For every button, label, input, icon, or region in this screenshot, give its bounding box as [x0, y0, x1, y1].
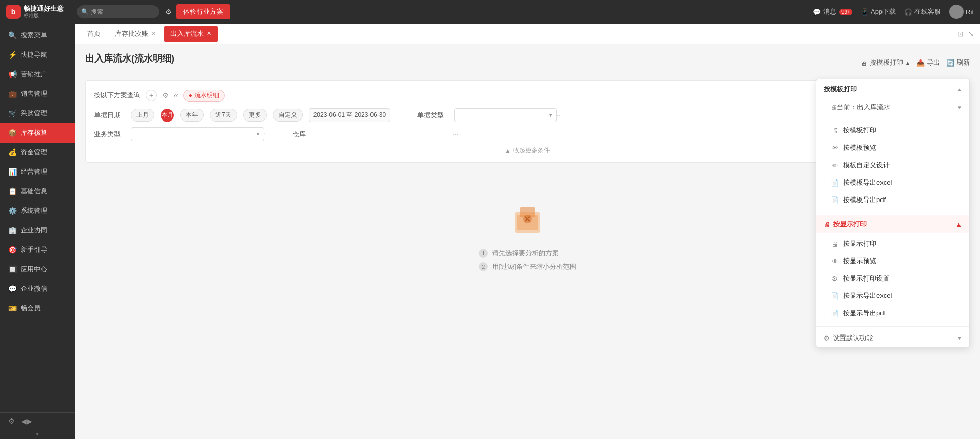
- date-more[interactable]: 更多: [243, 109, 267, 122]
- sidebar-label: 快捷导航: [21, 50, 47, 59]
- sidebar-item-basic[interactable]: 📋 基础信息: [0, 182, 75, 201]
- dropdown-display-pdf[interactable]: 📄 按显示导出pdf: [816, 305, 969, 322]
- sidebar-collapse-icon[interactable]: ◀▶: [21, 417, 32, 425]
- dropdown-display-excel[interactable]: 📄 按显示导出excel: [816, 287, 969, 305]
- sidebar-item-quick-nav[interactable]: ⚡ 快捷导航: [0, 45, 75, 65]
- gear-icon: ⚙️: [8, 207, 16, 215]
- empty-illustration: [507, 199, 548, 241]
- settings-icon[interactable]: ⚙: [165, 8, 172, 16]
- print-dropdown-panel: 按模板打印 ▲ 🖨 当前：出入库流水 ▼ 🖨 按模板打印: [816, 79, 970, 347]
- sidebar-item-apps[interactable]: 🔲 应用中心: [0, 260, 75, 279]
- tab-inventory-batch-label: 库存批次账: [115, 29, 148, 38]
- current-template-icon: 🖨: [831, 104, 837, 111]
- item-label: 模板自定义设计: [843, 161, 890, 170]
- footer-label: 设置默认功能: [833, 333, 873, 343]
- display-print-section: 🖨 按显示打印 👁 按显示预览 ⚙ 按显示打印设置 📄 按显示导出excel: [816, 233, 969, 324]
- sidebar-item-purchase[interactable]: 🛒 采购管理: [0, 104, 75, 123]
- dropdown-display-preview[interactable]: 👁 按显示预览: [816, 252, 969, 270]
- dropdown-template-pdf[interactable]: 📄 按模板导出pdf: [816, 191, 969, 209]
- grid-icon: 🔲: [8, 265, 16, 273]
- sidebar-item-finance[interactable]: 💰 资金管理: [0, 143, 75, 162]
- tab-inout-flow[interactable]: 出入库流水 ✕: [164, 26, 218, 42]
- tab-restore-icon[interactable]: ⊡: [957, 30, 964, 38]
- sidebar-item-wechat[interactable]: 💬 企业微信: [0, 279, 75, 298]
- date-custom[interactable]: 自定义: [273, 109, 303, 122]
- messages-btn[interactable]: 💬 消息 99+: [813, 7, 852, 16]
- doc-type-select-wrapper: [454, 108, 557, 122]
- dropdown-collapse-icon[interactable]: ▲: [957, 87, 962, 92]
- empty-steps-list: 1 请先选择要分析的方案 2 用[过滤]条件来缩小分析范围: [479, 249, 576, 271]
- step-2-text: 用[过滤]条件来缩小分析范围: [492, 262, 576, 271]
- sidebar-item-sales[interactable]: 💼 销售管理: [0, 84, 75, 104]
- cart-icon: 🛒: [8, 109, 16, 117]
- sidebar: 🔍 搜索菜单 ⚡ 快捷导航 📢 营销推广 💼 销售管理 🛒 采购管理 📦 库存核…: [0, 24, 75, 439]
- dropdown-template-excel[interactable]: 📄 按模板导出excel: [816, 174, 969, 191]
- logo-text: 畅捷通好生意 标准版: [24, 5, 64, 19]
- biz-type-select-wrapper: [131, 127, 264, 141]
- current-template-row[interactable]: 🖨 当前：出入库流水 ▼: [816, 99, 969, 115]
- sidebar-item-inventory[interactable]: 📦 库存核算: [0, 123, 75, 143]
- sidebar-item-system[interactable]: ⚙️ 系统管理: [0, 201, 75, 221]
- warehouse-more-icon[interactable]: ···: [453, 130, 459, 138]
- ticket-icon: 🎫: [8, 304, 16, 312]
- app-download-btn[interactable]: 📱 App下载: [860, 7, 896, 16]
- sidebar-label: 销售管理: [21, 89, 47, 98]
- dropdown-template-print[interactable]: 🖨 按模板打印: [816, 122, 969, 139]
- try-industry-btn[interactable]: 体验行业方案: [176, 4, 230, 19]
- sidebar-item-newbie[interactable]: 🎯 新手引导: [0, 240, 75, 260]
- tab-home[interactable]: 首页: [81, 26, 107, 42]
- filter-collapse-left-btn[interactable]: «: [174, 91, 178, 99]
- sidebar-item-operation[interactable]: 📊 经营管理: [0, 162, 75, 182]
- export-btn[interactable]: 📤 导出: [916, 58, 940, 67]
- online-service-btn[interactable]: 🎧 在线客服: [904, 7, 941, 16]
- refresh-icon: 🔄: [946, 59, 954, 67]
- biz-type-label: 业务类型: [94, 130, 125, 139]
- sidebar-item-search[interactable]: 🔍 搜索菜单: [0, 26, 75, 45]
- sidebar-label: 经营管理: [21, 167, 47, 176]
- date-current-month[interactable]: 本月: [161, 109, 174, 122]
- date-last-7days[interactable]: 近7天: [210, 109, 237, 122]
- sidebar-label: 企业微信: [21, 284, 47, 293]
- doc-type-select[interactable]: [454, 108, 557, 122]
- divider-2: [816, 213, 969, 213]
- print-template-btn[interactable]: 🖨 按模板打印 ▲: [861, 58, 910, 67]
- search-icon: 🔍: [81, 8, 89, 15]
- messages-badge: 99+: [839, 9, 852, 15]
- dropdown-display-print[interactable]: 🖨 按显示打印: [816, 235, 969, 252]
- item-label: 按显示预览: [843, 256, 876, 266]
- template-print-section: 🖨 按模板打印 👁 按模板预览 ✏ 模板自定义设计 📄 按模板导出excel: [816, 119, 969, 211]
- item-label: 按模板导出excel: [843, 178, 892, 187]
- tab-inventory-batch-close[interactable]: ✕: [151, 30, 156, 37]
- printer-icon: 🖨: [831, 240, 839, 248]
- tab-inventory-batch[interactable]: 库存批次账 ✕: [109, 26, 162, 42]
- step-num-1: 1: [479, 249, 488, 258]
- display-print-section-header[interactable]: 🖨 按显示打印 ▲: [816, 215, 969, 233]
- sidebar-label: 库存核算: [21, 128, 47, 137]
- sidebar-scroll-down[interactable]: ▼: [0, 429, 75, 439]
- date-label: 单据日期: [94, 111, 125, 120]
- filter-settings-btn[interactable]: ⚙: [162, 91, 169, 99]
- dropdown-template-preview[interactable]: 👁 按模板预览: [816, 139, 969, 156]
- sidebar-item-member[interactable]: 🎫 畅会员: [0, 298, 75, 318]
- user-area[interactable]: Rit: [949, 5, 974, 19]
- logo-icon: b: [6, 5, 21, 19]
- dropdown-footer[interactable]: ⚙ 设置默认功能 ▼: [816, 329, 969, 347]
- briefcase-icon: 💼: [8, 90, 16, 98]
- sidebar-settings-icon[interactable]: ⚙: [8, 417, 15, 425]
- dropdown-display-settings[interactable]: ⚙ 按显示打印设置: [816, 270, 969, 287]
- sidebar-item-marketing[interactable]: 📢 营销推广: [0, 65, 75, 84]
- empty-step-1: 1 请先选择要分析的方案: [479, 249, 576, 258]
- refresh-btn[interactable]: 🔄 刷新: [946, 58, 970, 67]
- tab-inout-flow-label: 出入库流水: [170, 29, 204, 38]
- date-current-year[interactable]: 本年: [180, 109, 204, 122]
- date-last-month[interactable]: 上月: [131, 109, 154, 122]
- tab-expand-icon[interactable]: ⤡: [968, 30, 974, 38]
- dropdown-template-custom[interactable]: ✏ 模板自定义设计: [816, 156, 969, 174]
- sidebar-item-enterprise[interactable]: 🏢 企业协同: [0, 221, 75, 240]
- search-bar[interactable]: 🔍 搜索: [77, 5, 159, 18]
- tab-inout-flow-close[interactable]: ✕: [207, 30, 211, 37]
- biz-type-select[interactable]: [131, 127, 264, 141]
- add-filter-btn[interactable]: +: [146, 90, 157, 101]
- flow-detail-chip[interactable]: ● 流水明细: [183, 90, 225, 102]
- wechat-icon: 💬: [8, 285, 16, 293]
